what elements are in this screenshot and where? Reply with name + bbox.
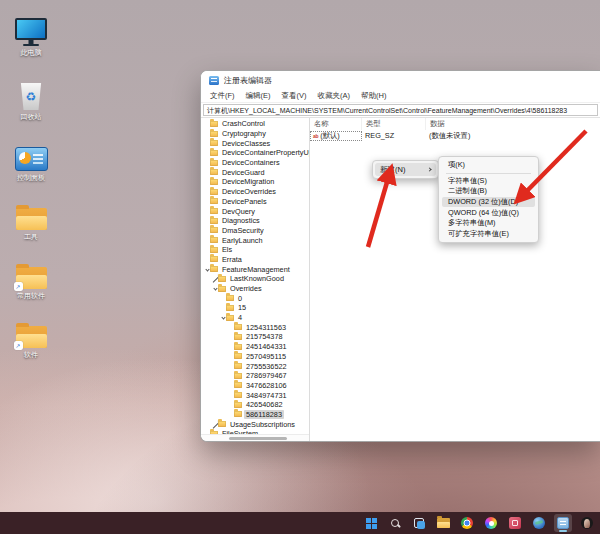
tree-item-label: 215754378 <box>244 332 285 341</box>
menu-item-0[interactable]: 文件(F) <box>210 91 235 101</box>
desktop-icon-this-pc[interactable]: 此电脑 <box>6 18 56 57</box>
submenu-item-3[interactable]: 二进制值(B) <box>442 186 535 197</box>
taskbar-button-chrome[interactable] <box>458 514 476 532</box>
submenu-item-2[interactable]: 字符串值(S) <box>442 176 535 187</box>
column-header-name[interactable]: 名称 <box>310 118 362 130</box>
taskbar <box>0 512 600 534</box>
tree-item-3476628106[interactable]: 3476628106 <box>201 381 309 391</box>
tree-item-label: EarlyLaunch <box>220 236 265 245</box>
folder-soft-icon: ↗ <box>16 326 47 348</box>
tree-item-label: CrashControl <box>220 119 267 128</box>
tree-item-Overrides[interactable]: Overrides <box>201 284 309 294</box>
desktop-icon-folder-soft[interactable]: ↗软件 <box>6 326 56 359</box>
submenu-item-5[interactable]: QWORD (64 位)值(Q) <box>442 207 535 218</box>
tree-item-DeviceOverrides[interactable]: DeviceOverrides <box>201 187 309 197</box>
tree-item-DevQuery[interactable]: DevQuery <box>201 206 309 216</box>
tree-item-2755536522[interactable]: 2755536522 <box>201 361 309 371</box>
tree-item-2786979467[interactable]: 2786979467 <box>201 371 309 381</box>
address-bar-input[interactable]: 计算机\HKEY_LOCAL_MACHINE\SYSTEM\CurrentCon… <box>203 104 598 116</box>
tree-item-CrashControl[interactable]: CrashControl <box>201 119 309 129</box>
submenu-item-0[interactable]: 项(K) <box>442 160 535 171</box>
tree-item-DeviceMigration[interactable]: DeviceMigration <box>201 177 309 187</box>
desktop-icon-recycle-bin[interactable]: 回收站 <box>6 83 56 121</box>
folder-icon <box>234 363 242 369</box>
tree-item-586118283[interactable]: 586118283 <box>201 410 309 420</box>
tree-item-UsageSubscriptions[interactable]: UsageSubscriptions <box>201 419 309 429</box>
menu-item-3[interactable]: 收藏夹(A) <box>318 91 351 101</box>
tree-item-label: 2786979467 <box>244 371 289 380</box>
desktop-icon-label: 回收站 <box>21 113 42 121</box>
taskbar-button-regedit[interactable] <box>554 514 572 532</box>
tree-item-426540682[interactable]: 426540682 <box>201 400 309 410</box>
tree-item-0[interactable]: 0 <box>201 293 309 303</box>
value-data: (数值未设置) <box>426 131 600 141</box>
column-header-data[interactable]: 数据 <box>426 118 600 130</box>
submenu-item-4[interactable]: DWORD (32 位)值(D) <box>442 197 535 208</box>
registry-tree: CrashControlCryptographyDeviceClassesDev… <box>201 119 309 434</box>
column-headers: 名称 类型 数据 <box>310 118 600 130</box>
chevron-expanded-icon[interactable] <box>213 286 217 290</box>
tree-item-DmaSecurity[interactable]: DmaSecurity <box>201 226 309 236</box>
tree-item-label: 586118283 <box>244 410 284 419</box>
desktop-icon-list: 此电脑回收站控制面板工具↗常用软件↗软件 <box>5 18 57 359</box>
desktop-icon-folder-tools[interactable]: 工具 <box>6 208 56 241</box>
tree-item-4[interactable]: 4 <box>201 313 309 323</box>
tree-item-label: DevicePanels <box>220 197 269 206</box>
pink-app-icon <box>509 517 521 529</box>
tree-item-DeviceClasses[interactable]: DeviceClasses <box>201 138 309 148</box>
tree-item-Cryptography[interactable]: Cryptography <box>201 129 309 139</box>
taskbar-button-globe-app[interactable] <box>530 514 548 532</box>
tree-item-DeviceContainers[interactable]: DeviceContainers <box>201 158 309 168</box>
desktop-icon-folder-apps[interactable]: ↗常用软件 <box>6 267 56 300</box>
taskbar-button-search[interactable] <box>386 514 404 532</box>
desktop-icon-control-panel[interactable]: 控制面板 <box>6 147 56 182</box>
taskbar-button-color-wheel-app[interactable] <box>482 514 500 532</box>
menu-item-2[interactable]: 查看(V) <box>282 91 307 101</box>
tree-item-2570495115[interactable]: 2570495115 <box>201 352 309 362</box>
tree-item-LastKnownGood[interactable]: LastKnownGood <box>201 274 309 284</box>
folder-icon <box>210 160 218 166</box>
tree-item-Errata[interactable]: Errata <box>201 255 309 265</box>
tree-item-2451464331[interactable]: 2451464331 <box>201 342 309 352</box>
taskbar-button-dark-app[interactable] <box>578 514 596 532</box>
tree-item-FeatureManagement[interactable]: FeatureManagement <box>201 264 309 274</box>
tree-item-DevicePanels[interactable]: DevicePanels <box>201 197 309 207</box>
scrollbar-thumb[interactable] <box>229 437 287 440</box>
tree-item-215754378[interactable]: 215754378 <box>201 332 309 342</box>
tree-item-Els[interactable]: Els <box>201 245 309 255</box>
tree-item-1254311563[interactable]: 1254311563 <box>201 322 309 332</box>
tree-item-label: 2451464331 <box>244 342 289 351</box>
taskbar-button-file-explorer[interactable] <box>434 514 452 532</box>
tree-item-EarlyLaunch[interactable]: EarlyLaunch <box>201 235 309 245</box>
column-header-type[interactable]: 类型 <box>362 118 426 130</box>
tree-item-label: FeatureManagement <box>220 265 292 274</box>
context-menu-item-new[interactable]: 新建(N) <box>375 163 436 176</box>
tree-item-label: DeviceMigration <box>220 177 276 186</box>
folder-icon <box>218 421 226 427</box>
folder-icon <box>210 198 218 204</box>
tree-horizontal-scrollbar[interactable] <box>201 434 309 441</box>
tree-item-3484974731[interactable]: 3484974731 <box>201 390 309 400</box>
menu-item-4[interactable]: 帮助(H) <box>361 91 386 101</box>
taskbar-button-task-view[interactable] <box>410 514 428 532</box>
folder-icon <box>234 344 242 350</box>
tree-item-Diagnostics[interactable]: Diagnostics <box>201 216 309 226</box>
taskbar-button-start[interactable] <box>362 514 380 532</box>
chevron-expanded-icon[interactable] <box>205 267 209 271</box>
folder-tools-icon <box>16 208 47 230</box>
chevron-expanded-icon[interactable] <box>221 315 225 319</box>
tree-item-15[interactable]: 15 <box>201 303 309 313</box>
title-bar[interactable]: 注册表编辑器 <box>201 71 600 89</box>
tree-item-DeviceContainerPropertyUpda[interactable]: DeviceContainerPropertyUpda <box>201 148 309 158</box>
tree-item-DeviceGuard[interactable]: DeviceGuard <box>201 167 309 177</box>
menu-item-1[interactable]: 编辑(E) <box>246 91 271 101</box>
submenu-item-7[interactable]: 可扩充字符串值(E) <box>442 229 535 240</box>
globe-app-icon <box>533 517 545 529</box>
folder-icon <box>234 353 242 359</box>
submenu-item-6[interactable]: 多字符串值(M) <box>442 218 535 229</box>
taskbar-button-pink-app[interactable] <box>506 514 524 532</box>
color-wheel-app-icon <box>485 517 497 529</box>
desktop-icon-label: 此电脑 <box>21 49 42 57</box>
value-row-default[interactable]: ab (默认) REG_SZ (数值未设置) <box>310 130 600 141</box>
task-view-icon <box>414 518 424 528</box>
